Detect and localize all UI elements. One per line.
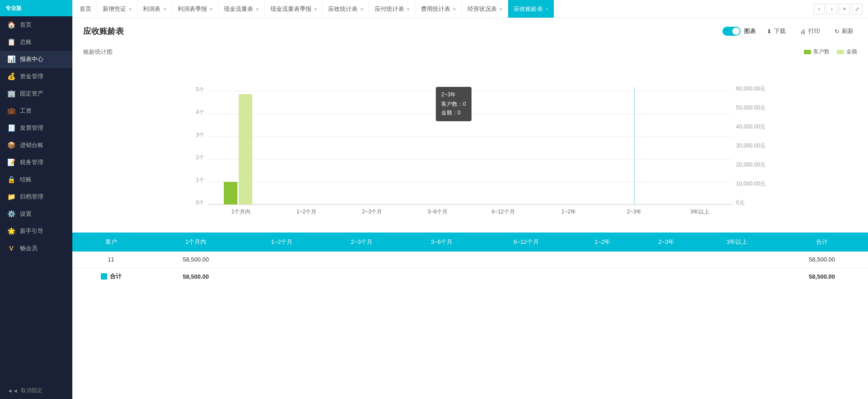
- sidebar-item-vip[interactable]: V 畅会员: [0, 240, 72, 257]
- svg-text:1~2年: 1~2年: [561, 209, 576, 215]
- tab-ar-stats-close[interactable]: ×: [360, 6, 363, 12]
- sidebar-item-closing[interactable]: 🔒 结账: [0, 171, 72, 188]
- sidebar-item-settings[interactable]: ⚙️ 设置: [0, 205, 72, 223]
- legend-label-amount: 金额: [846, 48, 857, 56]
- settings-icon: ⚙️: [7, 210, 15, 218]
- col-header-y2-3: 2~3年: [634, 233, 698, 252]
- tab-ar-aging-label: 应收账龄表: [514, 5, 543, 13]
- tab-ar-stats[interactable]: 应收统计表 ×: [323, 0, 369, 18]
- svg-text:3个: 3个: [196, 132, 204, 138]
- svg-text:1个: 1个: [196, 177, 204, 183]
- tab-cashflow[interactable]: 现金流量表 ×: [218, 0, 264, 18]
- tab-profit-quarterly[interactable]: 利润表季报 ×: [172, 0, 218, 18]
- tab-ar-aging-close[interactable]: ×: [546, 6, 548, 12]
- tab-home[interactable]: 首页: [74, 0, 97, 18]
- tab-expense-stats-label: 费用统计表: [421, 5, 450, 13]
- tab-profit-close[interactable]: ×: [163, 6, 166, 12]
- cell-m4-6: [402, 252, 482, 268]
- archive-icon: 📁: [7, 193, 15, 201]
- tab-ap-stats-close[interactable]: ×: [407, 6, 410, 12]
- svg-text:4个: 4个: [196, 109, 204, 115]
- sidebar-item-archive[interactable]: 📁 归档管理: [0, 188, 72, 205]
- cell-m6-12: [482, 252, 571, 268]
- tab-profit-label: 利润表: [143, 5, 160, 13]
- tab-close-all-button[interactable]: ×: [839, 4, 850, 14]
- sidebar-label-inventory: 进销台账: [20, 141, 43, 149]
- sidebar-item-ledger[interactable]: 📋 总账: [0, 33, 72, 51]
- sidebar-item-salary[interactable]: 💼 工资: [0, 102, 72, 119]
- col-header-m6-12: 6~12个月: [482, 233, 571, 252]
- salary-icon: 💼: [7, 107, 15, 115]
- reports-icon: 📊: [7, 55, 15, 63]
- sidebar-item-inventory[interactable]: 📦 进销台账: [0, 137, 72, 154]
- print-button[interactable]: 🖨 打印: [797, 25, 824, 37]
- cell-y2-3: [634, 252, 698, 268]
- svg-text:1个月内: 1个月内: [231, 209, 251, 215]
- sidebar-item-guide[interactable]: 🌟 新手引导: [0, 223, 72, 240]
- sidebar-item-assets[interactable]: 🏢 固定资产: [0, 85, 72, 102]
- sidebar-label-home: 首页: [20, 21, 32, 29]
- tab-business-status[interactable]: 经营状况表 ×: [462, 0, 508, 18]
- sidebar-item-invoice[interactable]: 🧾 发票管理: [0, 119, 72, 137]
- table-row: 11 58,500.00 58,500.00: [72, 252, 868, 268]
- svg-text:20,000.00元: 20,000.00元: [736, 162, 765, 168]
- svg-text:2个: 2个: [196, 154, 204, 161]
- tab-expense-stats[interactable]: 费用统计表 ×: [415, 0, 462, 18]
- tab-profit-quarterly-close[interactable]: ×: [210, 6, 212, 12]
- refresh-button[interactable]: ↻ 刷新: [831, 25, 857, 37]
- sidebar-label-settings: 设置: [20, 210, 32, 218]
- tab-home-label: 首页: [80, 5, 91, 13]
- cell-y3plus: [698, 252, 776, 268]
- sidebar-item-funds[interactable]: 💰 资金管理: [0, 68, 72, 85]
- cell-y1-2: [571, 252, 634, 268]
- chart-toggle[interactable]: 图表: [722, 27, 756, 36]
- table-section: 客户 1个月内 1~2个月 2~3个月 3~6个月 6~12个月 1~2年 2~…: [72, 233, 868, 285]
- page-title: 应收账龄表: [83, 26, 124, 37]
- tab-profit[interactable]: 利润表 ×: [137, 0, 172, 18]
- tab-ap-stats-label: 应付统计表: [375, 5, 404, 13]
- data-table: 客户 1个月内 1~2个月 2~3个月 3~6个月 6~12个月 1~2年 2~…: [72, 233, 868, 285]
- sidebar-label-invoice: 发票管理: [20, 124, 43, 132]
- legend-label-customer: 客户数: [813, 48, 830, 56]
- tab-ar-aging[interactable]: 应收账龄表 ×: [508, 0, 554, 18]
- sidebar: 专业版 🏠 首页 📋 总账 📊 报表中心 💰 资金管理 🏢 固定资产 💼 工资 …: [0, 0, 72, 399]
- tab-voucher-close[interactable]: ×: [129, 6, 132, 12]
- guide-icon: 🌟: [7, 227, 15, 235]
- main-area: 首页 新增凭证 × 利润表 × 利润表季报 × 现金流量表 × 现金流量表季报 …: [72, 0, 868, 399]
- tab-next-button[interactable]: ›: [826, 4, 837, 14]
- bar-count-0: [224, 182, 237, 204]
- tab-cashflow-label: 现金流量表: [224, 5, 253, 13]
- col-header-total: 合计: [776, 233, 868, 252]
- total-total: 58,500.00: [776, 268, 868, 285]
- sidebar-label-guide: 新手引导: [20, 227, 43, 235]
- sidebar-item-reports[interactable]: 📊 报表中心: [0, 51, 72, 68]
- svg-text:30,000.00元: 30,000.00元: [736, 142, 765, 149]
- tab-business-status-close[interactable]: ×: [500, 6, 502, 12]
- tab-ar-stats-label: 应收统计表: [328, 5, 358, 13]
- total-text: 合计: [110, 272, 122, 280]
- tab-expand-button[interactable]: ⤢: [852, 4, 863, 14]
- svg-text:10,000.00元: 10,000.00元: [736, 180, 765, 187]
- sidebar-item-home[interactable]: 🏠 首页: [0, 16, 72, 33]
- sidebar-item-tax[interactable]: 📝 税务管理: [0, 154, 72, 171]
- tab-cashflow-quarterly[interactable]: 现金流量表季报 ×: [265, 0, 323, 18]
- legend-customer-count: 客户数: [804, 48, 830, 56]
- download-button[interactable]: ⬇ 下载: [763, 25, 789, 37]
- tab-expense-stats-close[interactable]: ×: [453, 6, 456, 12]
- tab-voucher[interactable]: 新增凭证 ×: [97, 0, 137, 18]
- tab-ap-stats[interactable]: 应付统计表 ×: [369, 0, 415, 18]
- download-label: 下载: [774, 27, 786, 35]
- collapse-sidebar-button[interactable]: ◄◄ 取消固定: [0, 382, 72, 399]
- svg-text:2~3个月: 2~3个月: [362, 209, 382, 215]
- toggle-track[interactable]: [722, 27, 741, 36]
- tab-cashflow-close[interactable]: ×: [256, 6, 259, 12]
- col-header-m2: 1~2个月: [242, 233, 322, 252]
- sidebar-label-ledger: 总账: [20, 38, 32, 46]
- svg-text:1~2个月: 1~2个月: [297, 209, 316, 215]
- tab-prev-button[interactable]: ‹: [814, 4, 825, 14]
- page-content: 应收账龄表 图表 ⬇ 下载 🖨 打印 ↻ 刷新: [72, 18, 868, 399]
- bar-amount-0: [239, 94, 252, 204]
- total-y2-3: [634, 268, 698, 285]
- tab-cashflow-quarterly-close[interactable]: ×: [314, 6, 317, 12]
- cell-m3: [322, 252, 402, 268]
